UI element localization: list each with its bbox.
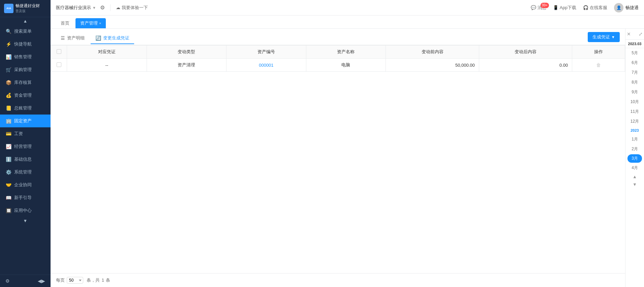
sidebar-item-fund[interactable]: 💰 资金管理 [0, 89, 51, 102]
purchase-icon: 🛒 [5, 67, 11, 73]
pagination: 每页 50 10 20 100 条，共 1 条 [51, 273, 625, 287]
sidebar-item-salary[interactable]: 💳 工资 [0, 127, 51, 140]
message-badge: 99+ [541, 3, 549, 8]
row-checkbox-cell [51, 59, 67, 72]
tab-asset-management[interactable]: 资产管理 × [75, 18, 106, 28]
calendar-month-2023-1[interactable]: 1月 [625, 134, 644, 144]
company-name: 医疗器械行业演示 [56, 5, 91, 11]
calendar-month-11[interactable]: 11月 [625, 107, 644, 117]
col-change-type: 变动类型 [147, 45, 226, 59]
app-logo-icon: AtA [4, 4, 13, 13]
row-change-type: 资产清理 [147, 59, 226, 72]
calendar-month-2023-4[interactable]: 4月 [625, 163, 644, 173]
calendar-month-9[interactable]: 9月 [625, 87, 644, 97]
quick-nav-icon: ⚡ [5, 41, 11, 47]
sidebar-scroll-down[interactable]: ▼ [0, 217, 51, 225]
tab-asset-detail[interactable]: ☰ 资产明细 [56, 33, 89, 44]
col-after-content: 变动后内容 [479, 45, 572, 59]
sidebar-item-enterprise[interactable]: 🤝 企业协同 [0, 179, 51, 191]
calendar-scroll[interactable]: 5月 6月 7月 8月 9月 10月 11月 12月 2023 1月 2月 3月… [625, 48, 644, 287]
sidebar-item-app-center[interactable]: 🔲 应用中心 [0, 204, 51, 217]
sidebar-item-sales[interactable]: 📊 销售管理 [0, 51, 51, 63]
calendar-month-6[interactable]: 6月 [625, 58, 644, 68]
sidebar-item-quick-nav[interactable]: ⚡ 快捷导航 [0, 38, 51, 51]
delete-icon[interactable]: 🗑 [596, 62, 601, 68]
experience-icon: ☁ [116, 5, 120, 10]
sidebar-scroll-up[interactable]: ▲ [0, 17, 51, 25]
panel-expand-icon[interactable]: ⤢ [639, 31, 643, 37]
asset-change-table: 对应凭证 变动类型 资产编号 资产名称 变动前内容 变动后内容 操作 [51, 45, 625, 72]
select-all-checkbox[interactable] [57, 49, 61, 54]
generate-dropdown-icon: ▼ [611, 35, 615, 39]
sidebar-logo: AtA 畅捷通好业财 普及版 [0, 0, 51, 17]
sidebar-item-basic-info[interactable]: ℹ️ 基础信息 [0, 153, 51, 166]
calendar-month-12[interactable]: 12月 [625, 117, 644, 126]
sidebar: AtA 畅捷通好业财 普及版 ▲ 🔍 搜索菜单 ⚡ 快捷导航 📊 销售管理 🛒 … [0, 0, 51, 287]
calendar-month-8[interactable]: 8月 [625, 77, 644, 87]
calendar-month-2023-3[interactable]: 3月 [627, 154, 642, 163]
sidebar-item-fixed-asset[interactable]: 🏢 固定资产 [0, 115, 51, 127]
right-panel: ✕ ⤢ 2023.03 5月 6月 7月 8月 9月 10月 11月 12月 2… [625, 29, 644, 287]
settings-icon[interactable]: ⚙ [5, 278, 10, 284]
experience-link[interactable]: ☁ 我要体验一下 [116, 5, 148, 11]
sidebar-item-search[interactable]: 🔍 搜索菜单 [0, 25, 51, 38]
row-checkbox[interactable] [57, 62, 61, 67]
panel-close-icon[interactable]: ✕ [627, 31, 631, 37]
avatar: 👤 [614, 3, 623, 12]
col-voucher: 对应凭证 [67, 45, 147, 59]
sidebar-item-management[interactable]: 📈 经营管理 [0, 140, 51, 153]
col-asset-name: 资产名称 [306, 45, 386, 59]
system-icon: ⚙️ [5, 169, 11, 175]
calendar-year-2023: 2023 [625, 126, 644, 134]
col-checkbox [51, 45, 67, 59]
calendar-month-10[interactable]: 10月 [625, 97, 644, 107]
row-before-content: 50,000.00 [386, 59, 479, 72]
calendar-year-header: 2023.03 [625, 40, 644, 48]
calendar-scroll-up[interactable]: ▲ [625, 173, 644, 181]
messages-button[interactable]: 💬 消息 99+ [531, 5, 546, 11]
tab-close-icon[interactable]: × [99, 21, 101, 25]
fund-icon: 💰 [5, 92, 11, 98]
calendar-scroll-down[interactable]: ▼ [625, 181, 644, 188]
generate-voucher-button[interactable]: 生成凭证 ▼ [588, 32, 620, 42]
panel-header: ✕ ⤢ [625, 29, 644, 40]
tab-home[interactable]: 首页 [56, 18, 74, 28]
app-download-button[interactable]: 📱 App下载 [553, 5, 576, 11]
search-icon: 🔍 [5, 28, 11, 34]
tab-change-voucher[interactable]: 🔄 变更生成凭证 [91, 33, 134, 44]
per-page-select[interactable]: 50 10 20 100 [67, 277, 83, 284]
page-tabs: 首页 资产管理 × [51, 15, 644, 29]
online-service-button[interactable]: 🎧 在线客服 [583, 5, 607, 11]
row-after-content: 0.00 [479, 59, 572, 72]
sidebar-item-ledger[interactable]: 📒 总账管理 [0, 102, 51, 115]
company-dropdown-icon: ▼ [92, 6, 96, 10]
sidebar-item-guide[interactable]: 📖 新手引导 [0, 191, 51, 204]
asset-detail-icon: ☰ [61, 35, 65, 41]
calendar-month-2023-2[interactable]: 2月 [625, 144, 644, 154]
per-page-label: 每页 [56, 277, 65, 283]
guide-icon: 📖 [5, 195, 11, 201]
user-menu[interactable]: 👤 畅捷通 [614, 3, 639, 12]
sales-icon: 📊 [5, 54, 11, 60]
sidebar-item-system[interactable]: ⚙️ 系统管理 [0, 166, 51, 179]
app-name: 畅捷通好业财 [16, 3, 40, 9]
sidebar-item-purchase[interactable]: 🛒 采购管理 [0, 63, 51, 76]
table-row: -- 资产清理 000001 电脑 50,000.00 0.00 🗑 [51, 59, 625, 72]
topbar: 医疗器械行业演示 ▼ ⚙ ☁ 我要体验一下 💬 消息 99+ 📱 App下载 🎧… [51, 0, 644, 15]
sidebar-item-inventory[interactable]: 📦 库存核算 [0, 76, 51, 89]
download-icon: 📱 [553, 5, 558, 10]
content-main: ☰ 资产明细 🔄 变更生成凭证 生成凭证 ▼ [51, 29, 625, 287]
company-selector[interactable]: 医疗器械行业演示 ▼ [56, 5, 96, 11]
topbar-divider [110, 4, 111, 11]
calendar-month-5[interactable]: 5月 [625, 48, 644, 58]
username: 畅捷通 [625, 5, 639, 11]
col-asset-code: 资产编号 [226, 45, 306, 59]
row-voucher: -- [67, 59, 147, 72]
sidebar-bottom: ⚙ ◀▶ [0, 275, 51, 287]
collapse-icon[interactable]: ◀▶ [38, 278, 45, 284]
sidebar-nav: ▲ 🔍 搜索菜单 ⚡ 快捷导航 📊 销售管理 🛒 采购管理 📦 库存核算 💰 资… [0, 17, 51, 275]
calendar-month-7[interactable]: 7月 [625, 68, 644, 77]
company-settings-icon[interactable]: ⚙ [100, 4, 105, 11]
ledger-icon: 📒 [5, 105, 11, 111]
pagination-info: 条，共 1 条 [87, 277, 110, 283]
